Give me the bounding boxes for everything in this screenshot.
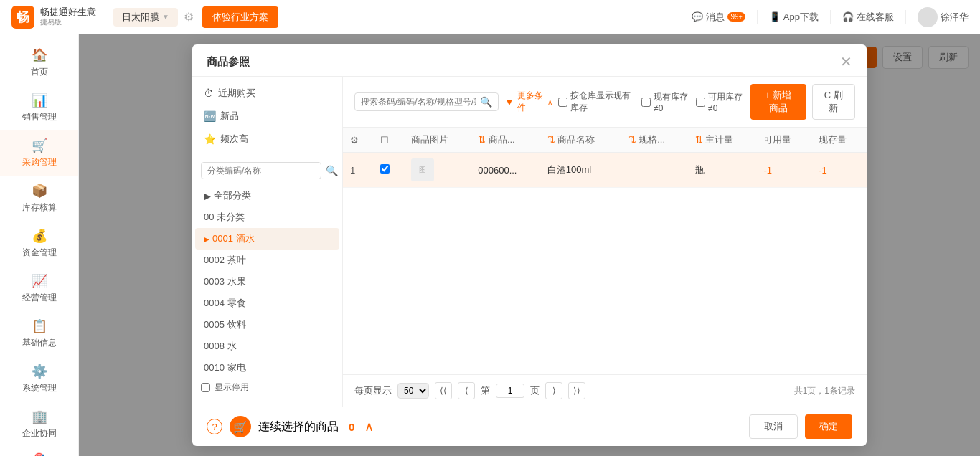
experience-button[interactable]: 体验行业方案	[202, 6, 278, 28]
app-download-item[interactable]: 📱 App下载	[769, 11, 819, 24]
sidebar-item-basic[interactable]: 📋 基础信息	[0, 311, 78, 356]
cancel-button[interactable]: 取消	[749, 414, 798, 439]
page-size-select[interactable]: 50	[397, 383, 429, 399]
user-item[interactable]: 徐泽华	[918, 7, 969, 27]
sidebar-item-inventory[interactable]: 📦 库存核算	[0, 176, 78, 221]
col-unit[interactable]: ⇅ 主计量	[688, 128, 757, 153]
cat-item-0010[interactable]: 0010 家电	[195, 357, 339, 374]
cat-item-label: 0003 水果	[204, 275, 246, 288]
product-table-wrapper: ⚙ ☐ 商品图片 ⇅ 商品...	[343, 128, 867, 374]
search-input[interactable]	[361, 97, 476, 107]
sidebar-item-label: 采购管理	[22, 156, 57, 168]
last-page-button[interactable]: ⟩⟩	[568, 382, 585, 399]
notifications-item[interactable]: 💬 消息 99+	[692, 11, 745, 24]
sidebar-item-purchase[interactable]: 🛒 采购管理	[0, 130, 78, 176]
sidebar-item-enterprise[interactable]: 🏢 企业协同	[0, 402, 78, 447]
check-available-option[interactable]: 现有库存≠0	[641, 91, 690, 113]
sidebar-item-ops[interactable]: 📈 经营管理	[0, 266, 78, 311]
sidebar: 🏠 首页 📊 销售管理 🛒 采购管理 📦 库存核算 💰 资金管理 📈 经营管理 …	[0, 34, 79, 456]
sidebar-item-system[interactable]: ⚙️ 系统管理	[0, 356, 78, 402]
toolbar-right: + 新增商品 C 刷新	[750, 84, 855, 120]
cat-item-label: 0002 茶叶	[204, 254, 246, 267]
category-search-input[interactable]	[201, 162, 321, 179]
sidebar-item-label: 首页	[31, 66, 48, 78]
prev-page-button[interactable]: ⟨	[458, 382, 475, 399]
close-button[interactable]: ✕	[840, 54, 852, 69]
nav-dropdown[interactable]: 日太阳膜 ▼	[113, 8, 178, 27]
current-page-input[interactable]	[496, 384, 524, 398]
sidebar-item-label: 资金管理	[22, 247, 57, 259]
check-usable-checkbox[interactable]	[696, 98, 705, 107]
cell-code: 000600...	[471, 153, 540, 188]
nav-item-recent[interactable]: ⏱ 近期购买	[198, 82, 336, 104]
modal-title: 商品参照	[207, 55, 250, 69]
check-warehouse-option[interactable]: 按仓库显示现有库存	[558, 90, 636, 114]
col-spec[interactable]: ⇅ 规格...	[621, 128, 688, 153]
page-label: 页	[530, 384, 540, 397]
confirm-button[interactable]: 确定	[805, 414, 852, 439]
product-reference-modal: 商品参照 ✕ ⏱ 近期购买 🆕	[192, 44, 867, 446]
display-disabled-label: 显示停用	[215, 381, 249, 394]
display-disabled-checkbox[interactable]	[201, 383, 210, 392]
cell-checkbox[interactable]	[373, 153, 404, 188]
cat-item-0003[interactable]: 0003 水果	[195, 271, 339, 293]
cat-active-icon: ▶	[204, 235, 209, 243]
pagination: 每页显示 50 ⟨⟨ ⟨ 第 页 ⟩ ⟩⟩ 共1页，1条记录	[343, 374, 867, 407]
check-available-checkbox[interactable]	[641, 98, 651, 107]
nav-item-new[interactable]: 🆕 新品	[198, 105, 336, 127]
cat-item-0005[interactable]: 0005 饮料	[195, 314, 339, 336]
cat-item-0004[interactable]: 0004 零食	[195, 293, 339, 314]
category-search-icon[interactable]: 🔍	[326, 165, 338, 176]
product-thumbnail: 图	[411, 158, 434, 181]
cat-item-00[interactable]: 00 未分类	[195, 206, 339, 228]
online-service-label: 在线客服	[857, 11, 894, 24]
message-icon: 💬	[692, 11, 703, 22]
check-warehouse-checkbox[interactable]	[558, 98, 567, 107]
sidebar-item-sales[interactable]: 📊 销售管理	[0, 85, 78, 130]
cat-item-0002[interactable]: 0002 茶叶	[195, 250, 339, 271]
sidebar-item-label: 库存核算	[22, 201, 57, 214]
sidebar-item-home[interactable]: 🏠 首页	[0, 40, 78, 85]
cat-item-0008[interactable]: 0008 水	[195, 336, 339, 357]
add-product-button[interactable]: + 新增商品	[750, 84, 806, 120]
help-button[interactable]: ?	[207, 419, 222, 434]
search-icon[interactable]: 🔍	[480, 96, 492, 108]
refresh-button[interactable]: C 刷新	[812, 84, 856, 120]
footer-right: 取消 确定	[749, 414, 852, 439]
check-usable-option[interactable]: 可用库存≠0	[696, 91, 745, 113]
display-disabled-section: 显示停用	[192, 374, 342, 401]
left-panel: ⏱ 近期购买 🆕 新品 ⭐ 频次高	[192, 77, 343, 407]
sidebar-item-finance[interactable]: 💰 资金管理	[0, 221, 78, 266]
footer-left: ? 🛒 连续选择的商品 0 ∧	[207, 416, 374, 437]
col-checkbox[interactable]: ☐	[373, 128, 404, 153]
sidebar-item-label: 系统管理	[22, 382, 57, 394]
first-page-button[interactable]: ⟨⟨	[435, 382, 452, 399]
sort-icon2: ⇅	[547, 134, 555, 145]
logo-sub: 捷易版	[40, 17, 96, 27]
table-row[interactable]: 1 图 000600... 白酒100ml 瓶	[343, 153, 867, 188]
next-page-button[interactable]: ⟩	[545, 382, 562, 399]
cart-icon-button[interactable]: 🛒	[230, 416, 251, 437]
cat-item-label: 0004 零食	[204, 297, 246, 310]
nav-item-label: 频次高	[220, 133, 248, 146]
guide-icon: 🎯	[34, 452, 44, 456]
cat-item-label: 全部分类	[214, 189, 251, 202]
sidebar-bottom: 🎯 新手引导 📱 应用中心 👑 畅会员	[0, 447, 78, 456]
cat-item-label: 00 未分类	[204, 211, 245, 224]
collapse-icon[interactable]: ∧	[364, 419, 374, 434]
filter-button[interactable]: ▼ 更多条件 ∧	[504, 90, 552, 114]
col-name[interactable]: ⇅ 商品名称	[540, 128, 621, 153]
online-service-item[interactable]: 🎧 在线客服	[842, 11, 894, 24]
cat-item-all[interactable]: ▶ 全部分类	[195, 185, 339, 206]
selected-label: 连续选择的商品	[258, 419, 339, 434]
sort-icon3: ⇅	[628, 134, 636, 145]
sales-icon: 📊	[32, 92, 47, 108]
finance-icon: 💰	[32, 228, 47, 244]
divider	[757, 10, 758, 24]
col-settings[interactable]: ⚙	[343, 128, 373, 153]
gear-icon[interactable]: ⚙	[184, 10, 194, 24]
cat-item-0001[interactable]: ▶ 0001 酒水	[195, 228, 339, 250]
col-code[interactable]: ⇅ 商品...	[471, 128, 540, 153]
sidebar-item-guide[interactable]: 🎯 新手引导	[0, 447, 78, 456]
nav-item-frequent[interactable]: ⭐ 频次高	[198, 128, 336, 150]
